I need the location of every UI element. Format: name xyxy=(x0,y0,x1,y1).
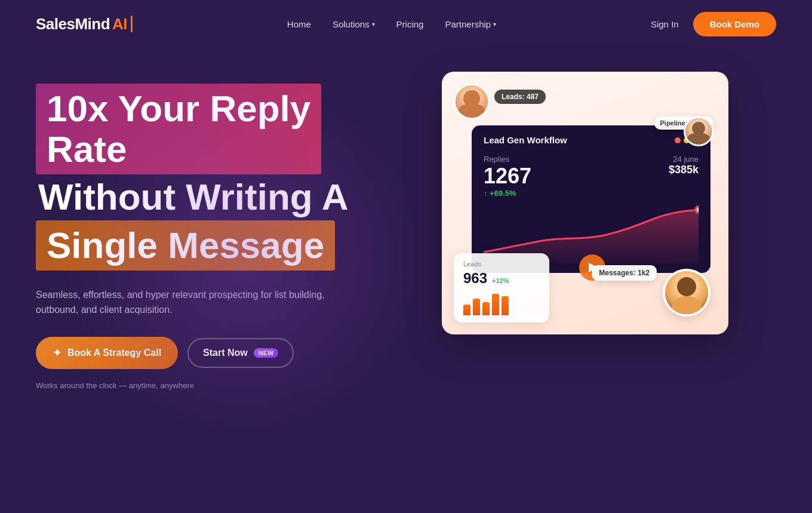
sign-in-link[interactable]: Sign In xyxy=(651,19,679,29)
hero-right: Leads: 487 Lead Gen Workflow Replies 126… xyxy=(442,72,776,382)
new-badge: NEW xyxy=(254,348,279,358)
person2-avatar xyxy=(685,118,712,145)
replies-row: Replies 1267 ↑ +69.5% 24 june $385k xyxy=(484,155,699,198)
cta-buttons: ✦ Book A Strategy Call Start Now NEW xyxy=(36,337,406,369)
nav-links: Home Solutions ▾ Pricing Partnership ▾ xyxy=(287,19,496,29)
bar-5 xyxy=(502,296,509,315)
replies-label: Replies xyxy=(484,155,531,164)
avatar-workflow xyxy=(684,116,713,146)
dashboard-card: Leads: 487 Lead Gen Workflow Replies 126… xyxy=(442,72,728,334)
workflow-card: Lead Gen Workflow Replies 1267 ↑ +69.5% xyxy=(472,125,710,273)
hero-subtitle: Seamless, effortless, and hyper relevant… xyxy=(36,287,346,318)
nav-pricing[interactable]: Pricing xyxy=(396,19,424,29)
pipeline-amount: $385k xyxy=(669,164,699,176)
hero-left: 10x Your Reply Rate Without Writing A Si… xyxy=(36,72,406,390)
messages-bubble: Messages: 1k2 xyxy=(592,265,657,281)
book-strategy-button[interactable]: ✦ Book A Strategy Call xyxy=(36,337,178,369)
hero-section: 10x Your Reply Rate Without Writing A Si… xyxy=(0,48,812,390)
date-label: 24 june xyxy=(669,155,699,164)
navbar: SalesMind AI Home Solutions ▾ Pricing Pa… xyxy=(0,0,812,48)
mini-bars xyxy=(463,291,540,315)
workflow-title: Lead Gen Workflow xyxy=(484,135,567,145)
bottom-row: Leads 963 +12% Messages: 1k2 xyxy=(454,253,716,322)
person3-avatar xyxy=(665,271,708,314)
replies-left: Replies 1267 ↑ +69.5% xyxy=(484,155,531,198)
bar-2 xyxy=(473,299,480,315)
headline-block-3: Single Message xyxy=(36,220,335,271)
leads-bubble: Leads: 487 xyxy=(494,90,546,104)
workflow-header: Lead Gen Workflow xyxy=(484,135,699,145)
headline-line1: 10x Your Reply Rate xyxy=(47,88,310,170)
nav-solutions[interactable]: Solutions ▾ xyxy=(333,19,375,29)
partnership-chevron-icon: ▾ xyxy=(493,21,496,27)
leads-mini-card: Leads 963 +12% xyxy=(454,253,549,322)
person1-avatar xyxy=(456,85,488,118)
book-demo-button[interactable]: Book Demo xyxy=(693,12,776,36)
pipeline-right: 24 june $385k xyxy=(669,155,699,176)
leads-mini-growth: +12% xyxy=(492,277,509,284)
bar-1 xyxy=(463,305,470,315)
solutions-chevron-icon: ▾ xyxy=(372,21,375,27)
spark-icon: ✦ xyxy=(53,346,61,360)
replies-growth: ↑ +69.5% xyxy=(484,189,531,198)
leads-mini-count: 963 xyxy=(463,270,487,287)
start-now-button[interactable]: Start Now NEW xyxy=(187,338,294,368)
headline-wrapper: 10x Your Reply Rate Without Writing A Si… xyxy=(36,84,406,287)
logo-text: SalesMind xyxy=(36,15,110,33)
leads-mini-label: Leads xyxy=(463,260,540,268)
nav-right: Sign In Book Demo xyxy=(651,12,776,36)
nav-home[interactable]: Home xyxy=(287,19,311,29)
dot-red xyxy=(675,137,681,143)
logo-cursor xyxy=(131,16,133,32)
headline-line3: Single Message xyxy=(47,225,324,266)
nav-partnership[interactable]: Partnership ▾ xyxy=(445,19,496,29)
logo-ai: AI xyxy=(112,15,127,33)
avatar-top-left xyxy=(454,84,490,119)
headline-line2: Without Writing A xyxy=(36,177,406,217)
replies-count: 1267 xyxy=(484,164,531,189)
avatar-bottom-right xyxy=(663,269,710,317)
bar-4 xyxy=(492,294,499,315)
hero-footnote: Works around the clock — anytime, anywhe… xyxy=(36,381,406,390)
headline-block-1: 10x Your Reply Rate xyxy=(36,84,321,174)
bar-3 xyxy=(482,302,490,315)
logo[interactable]: SalesMind AI xyxy=(36,15,133,33)
